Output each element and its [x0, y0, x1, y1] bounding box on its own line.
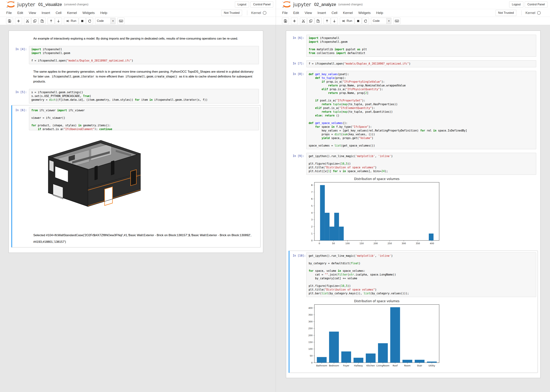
menu-file[interactable]: File — [4, 11, 14, 15]
move-cell-down-button[interactable] — [331, 18, 338, 24]
add-cell-button[interactable] — [15, 18, 22, 24]
menu-edit[interactable]: Edit — [15, 11, 25, 15]
matplotlib-figure: Distribution of space volumes05010015020… — [306, 175, 536, 249]
markdown-cell[interactable]: An example of interactively exploring a … — [11, 33, 260, 44]
code-cell[interactable]: In [6]:from ifc_viewer import ifc_viewer… — [11, 105, 260, 247]
move-cell-up-button[interactable] — [48, 18, 55, 24]
jupyter-logo[interactable]: jupyter — [282, 0, 311, 8]
menu-widgets[interactable]: Widgets — [80, 11, 97, 15]
add-cell-button[interactable] — [291, 18, 298, 24]
svg-text:50: 50 — [310, 354, 313, 357]
restart-kernel-button[interactable] — [86, 18, 93, 24]
menu-kernel[interactable]: Kernel — [65, 11, 79, 15]
code-input[interactable]: import ifcopenshell import ifcopenshell.… — [29, 46, 259, 64]
code-input[interactable]: s = ifcopenshell.geom.settings() s.set(s… — [29, 89, 259, 103]
run-label: Run — [71, 19, 76, 23]
menu-widgets[interactable]: Widgets — [356, 11, 372, 15]
svg-text:7: 7 — [311, 191, 313, 193]
paste-cell-button[interactable] — [39, 18, 46, 24]
control-panel-button[interactable]: Control Panel — [525, 1, 548, 7]
run-button[interactable]: Run — [340, 18, 354, 24]
svg-text:3: 3 — [311, 218, 313, 221]
notebook-header: jupyter 02_analyze (unsaved changes) Log… — [276, 0, 550, 9]
toolbar: Run Code ▼ — [276, 17, 550, 25]
code-cell[interactable]: In [5]:s = ifcopenshell.geom.settings() … — [11, 87, 260, 105]
code-input[interactable]: f = ifcopenshell.open("models/Duplex_A_2… — [306, 60, 536, 67]
svg-text:6: 6 — [311, 197, 313, 200]
notebook-area: In [6]:import ifcopenshell import ifcope… — [276, 25, 550, 392]
logout-button[interactable]: Logout — [509, 1, 523, 7]
move-cell-up-button[interactable] — [323, 18, 330, 24]
copy-cell-button[interactable] — [31, 18, 38, 24]
menu-file[interactable]: File — [280, 11, 290, 15]
code-input[interactable]: get_ipython().run_line_magic('matplotlib… — [306, 252, 536, 297]
autosave-status: (unsaved changes) — [64, 3, 88, 6]
svg-text:100: 100 — [308, 348, 313, 350]
svg-text:350: 350 — [308, 314, 313, 316]
code-cell[interactable]: In [10]:get_ipython().run_line_magic('ma… — [289, 251, 538, 373]
svg-text:50: 50 — [332, 242, 335, 245]
code-input[interactable]: def get_key_values(pset): def to_tuple(p… — [306, 71, 536, 149]
save-button[interactable] — [6, 18, 13, 24]
menu-cell[interactable]: Cell — [54, 11, 64, 15]
menu-edit[interactable]: Edit — [291, 11, 301, 15]
jupyter-logo[interactable]: jupyter — [6, 0, 35, 8]
trust-status-badge[interactable]: Not Trusted — [496, 10, 516, 16]
chevron-down-icon: ▼ — [386, 18, 391, 24]
ifc-model-canvas[interactable] — [36, 133, 146, 226]
notebook-paper: In [6]:import ifcopenshell import ifcope… — [286, 31, 541, 378]
menu-view[interactable]: View — [303, 11, 314, 15]
code-cell[interactable]: In [6]:import ifcopenshell import ifcope… — [289, 33, 538, 58]
logout-button[interactable]: Logout — [235, 1, 249, 7]
interrupt-kernel-button[interactable] — [355, 18, 362, 24]
code-cell[interactable]: In [8]:def get_key_values(pset): def to_… — [289, 69, 538, 151]
svg-text:250: 250 — [308, 327, 313, 330]
move-cell-down-button[interactable] — [55, 18, 62, 24]
svg-text:350: 350 — [416, 242, 420, 245]
code-cell[interactable]: In [4]:import ifcopenshell import ifcope… — [11, 44, 260, 66]
code-cell[interactable]: In [9]:get_ipython().run_line_magic('mat… — [289, 151, 538, 251]
code-input[interactable]: from ifc_viewer import ifc_viewer viewer… — [29, 107, 259, 130]
code-cell[interactable]: In [7]:f = ifcopenshell.open("models/Dup… — [289, 58, 538, 69]
chevron-down-icon: ▼ — [110, 18, 115, 24]
divider — [247, 10, 247, 15]
stop-icon — [80, 19, 84, 23]
input-prompt: In [6]: — [290, 35, 306, 40]
trust-status-badge[interactable]: Not Trusted — [221, 10, 242, 16]
notebook-window-02-analyze: jupyter 02_analyze (unsaved changes) Log… — [276, 0, 550, 392]
copy-icon — [33, 19, 37, 23]
interrupt-kernel-button[interactable] — [79, 18, 86, 24]
paste-cell-button[interactable] — [314, 18, 321, 24]
save-button[interactable] — [282, 18, 289, 24]
code-input[interactable]: get_ipython().run_line_magic('matplotlib… — [306, 153, 536, 175]
menu-help[interactable]: Help — [374, 11, 385, 15]
command-palette-button[interactable] — [393, 18, 400, 24]
cut-cell-button[interactable] — [24, 18, 31, 24]
cut-cell-button[interactable] — [300, 18, 307, 24]
menu-insert[interactable]: Insert — [315, 11, 328, 15]
control-panel-button[interactable]: Control Panel — [250, 1, 273, 7]
cell-type-value: Code — [371, 18, 386, 24]
notebook-title[interactable]: 02_analyze — [314, 2, 336, 7]
command-palette-button[interactable] — [117, 18, 124, 24]
markdown-cell[interactable]: The same applies to the geometry generat… — [11, 66, 260, 87]
code-input[interactable]: import ifcopenshell import ifcopenshell.… — [306, 35, 536, 57]
svg-text:Bedroom: Bedroom — [329, 364, 339, 367]
cell-type-select[interactable]: Code ▼ — [371, 18, 391, 24]
run-button[interactable]: Run — [64, 18, 79, 24]
menu-view[interactable]: View — [27, 11, 38, 15]
svg-text:150: 150 — [359, 242, 364, 245]
copy-cell-button[interactable] — [307, 18, 314, 24]
ifc-3d-viewer[interactable] — [29, 130, 259, 231]
menu-kernel[interactable]: Kernel — [341, 11, 355, 15]
notebook-title[interactable]: 01_visualize — [38, 2, 62, 7]
toolbar: Run Code ▼ — [0, 17, 276, 25]
arrow-up-icon — [325, 19, 329, 23]
jupyter-logo-text: jupyter — [293, 1, 311, 7]
restart-kernel-button[interactable] — [362, 18, 369, 24]
menu-cell[interactable]: Cell — [330, 11, 339, 15]
cell-type-select[interactable]: Code ▼ — [95, 18, 115, 24]
menu-help[interactable]: Help — [98, 11, 109, 15]
save-icon — [8, 19, 11, 23]
menu-insert[interactable]: Insert — [40, 11, 52, 15]
